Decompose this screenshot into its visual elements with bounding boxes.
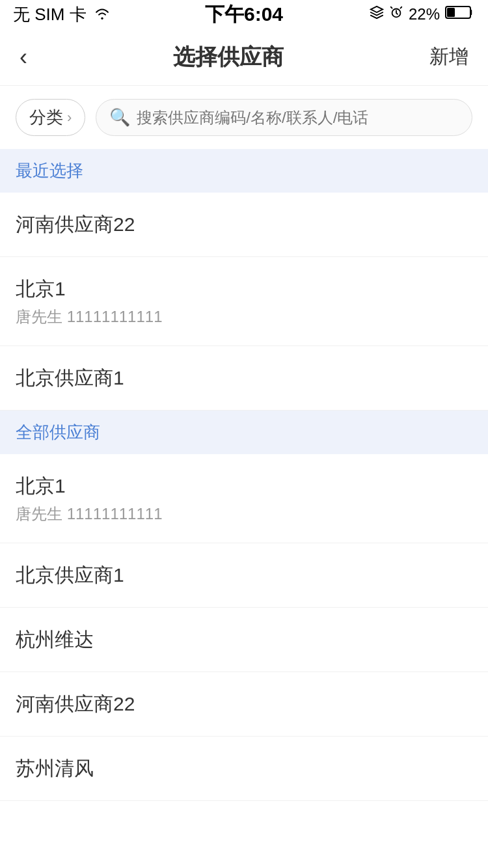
item-sub: 唐先生 11111111111 <box>16 504 472 524</box>
search-input[interactable] <box>137 109 459 127</box>
battery-text: 22% <box>409 5 440 23</box>
page-title: 选择供应商 <box>173 42 284 72</box>
back-button[interactable]: ‹ <box>20 44 27 71</box>
all-section-header: 全部供应商 <box>0 411 488 454</box>
status-right: 22% <box>370 5 475 23</box>
list-item[interactable]: 北京供应商1 <box>0 543 488 608</box>
item-name: 河南供应商22 <box>16 211 472 238</box>
battery-icon <box>445 5 475 23</box>
list-item[interactable]: 北京1唐先生 11111111111 <box>0 454 488 543</box>
all-list: 北京1唐先生 11111111111北京供应商1杭州维达河南供应商22苏州清风 <box>0 454 488 801</box>
item-name: 河南供应商22 <box>16 690 472 718</box>
item-name: 北京供应商1 <box>16 562 472 589</box>
sim-text: 无 SIM 卡 <box>13 3 87 26</box>
svg-rect-2 <box>447 8 455 17</box>
list-item[interactable]: 河南供应商22 <box>0 193 488 257</box>
item-name: 杭州维达 <box>16 626 472 653</box>
wifi-icon <box>93 5 111 25</box>
item-sub: 唐先生 11111111111 <box>16 306 472 327</box>
add-button[interactable]: 新增 <box>429 44 468 70</box>
search-icon: 🔍 <box>109 107 130 128</box>
list-item[interactable]: 北京1唐先生 11111111111 <box>0 257 488 346</box>
item-name: 北京1 <box>16 472 472 500</box>
nav-bar: ‹ 选择供应商 新增 <box>0 29 488 86</box>
category-arrow-icon: › <box>67 109 72 126</box>
list-item[interactable]: 北京供应商1 <box>0 346 488 411</box>
status-time: 下午6:04 <box>205 1 283 28</box>
all-section-label: 全部供应商 <box>16 422 100 442</box>
item-name: 北京1 <box>16 275 472 303</box>
location-icon <box>370 5 384 23</box>
category-button[interactable]: 分类 › <box>16 99 85 136</box>
filter-bar: 分类 › 🔍 <box>0 86 488 149</box>
search-box[interactable]: 🔍 <box>96 99 472 136</box>
item-name: 北京供应商1 <box>16 364 472 392</box>
recent-list: 河南供应商22北京1唐先生 11111111111北京供应商1 <box>0 193 488 411</box>
list-item[interactable]: 杭州维达 <box>0 608 488 672</box>
category-label: 分类 <box>29 106 63 129</box>
status-bar: 无 SIM 卡 下午6:04 22% <box>0 0 488 29</box>
alarm-icon <box>389 5 403 23</box>
list-item[interactable]: 苏州清风 <box>0 737 488 801</box>
status-left: 无 SIM 卡 <box>13 3 111 26</box>
list-item[interactable]: 河南供应商22 <box>0 672 488 737</box>
item-name: 苏州清风 <box>16 755 472 782</box>
recent-section-label: 最近选择 <box>16 161 83 180</box>
recent-section-header: 最近选择 <box>0 149 488 193</box>
